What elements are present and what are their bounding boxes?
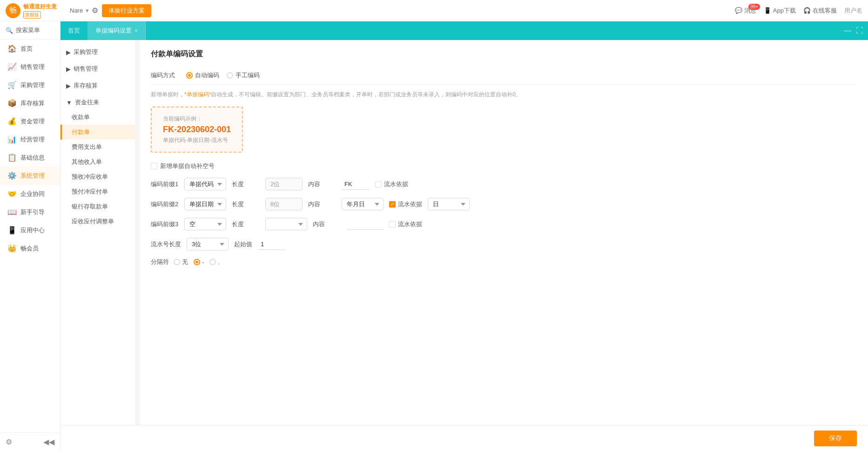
tab-bar-actions: — ⛶ [839,21,868,40]
finance-icon: 💰 [7,117,17,126]
sub-sidebar-leaf-prepay-payable[interactable]: 预付冲应付单 [61,184,135,199]
sep-dash-radio[interactable]: - [194,259,204,266]
encoding-radio-group: 自动编码 手工编码 [186,71,260,80]
prefix1-content-input[interactable] [342,179,370,190]
trial-button[interactable]: 体验行业方案 [102,4,151,17]
arrow-right-icon: ▶ [66,49,71,56]
sep-dash-dot [194,259,200,265]
tab-maximize-icon[interactable]: ⛶ [856,27,863,35]
sidebar-item-member[interactable]: 👑 畅会员 [0,239,60,257]
app-download-button[interactable]: 📱 App下载 [764,7,796,15]
prefix2-select[interactable]: 单据日期 [184,198,226,210]
sub-sidebar-leaf-receipt[interactable]: 收款单 [61,110,135,125]
prefix2-stream-checkbox[interactable]: ✓ [389,201,396,208]
auto-encode-radio[interactable]: 自动编码 [186,71,219,80]
logo-text: 畅通道好生意 旗舰版 [23,3,57,19]
separator-label: 分隔符 [151,258,169,266]
sub-sidebar-leaf-other-income[interactable]: 其他收入单 [61,155,135,169]
guide-icon: 📖 [7,208,17,216]
topbar-left: 畅 畅通道好生意 旗舰版 Nare ▾ ⚙ 体验行业方案 [6,3,151,19]
save-button[interactable]: 保存 [814,431,857,446]
sidebar-item-finance[interactable]: 💰 资金管理 [0,112,60,130]
tab-minimize-icon[interactable]: — [844,27,851,35]
serial-row: 流水号长度 3位 起始值 1 [151,238,857,250]
sub-sidebar-title-purchase[interactable]: ▶ 采购管理 [61,45,135,60]
settings-icon[interactable]: ⚙ [92,6,98,15]
prefix2-content-select[interactable]: 年月日 [342,198,384,210]
prefix3-select[interactable]: 空 [184,218,226,230]
encoding-mode-row: 编码方式 自动编码 手工编码 [151,67,857,85]
sub-sidebar-title-inventory[interactable]: ▶ 库存核算 [61,78,135,93]
topbar: 畅 畅通道好生意 旗舰版 Nare ▾ ⚙ 体验行业方案 💬 消息 99+ 📱 … [0,0,868,21]
search-icon: 🔍 [6,27,13,34]
sub-sidebar-leaf-expense[interactable]: 费用支出单 [61,140,135,155]
sep-dot-radio[interactable]: . [209,259,220,266]
prefix3-stream-checkbox[interactable] [389,221,396,228]
prefix3-content-input[interactable] [346,219,384,230]
prefix3-label: 编码前缀3 [151,220,179,229]
sidebar-item-guide[interactable]: 📖 新手引导 [0,203,60,221]
sidebar-gear-icon[interactable]: ⚙ [6,438,12,446]
sidebar-item-system[interactable]: ⚙️ 系统管理 [0,167,60,185]
prefix1-select[interactable]: 单据代码 [184,178,226,190]
sub-sidebar-leaf-bank[interactable]: 银行存取款单 [61,199,135,214]
arrow-right-icon2: ▶ [66,66,71,73]
prefix2-period-select[interactable]: 日 [428,198,470,210]
start-val-input[interactable]: 1 [258,239,286,250]
prefix1-length-input [265,178,303,190]
messages-button[interactable]: 💬 消息 99+ [735,7,756,15]
prefix2-content-label: 内容 [308,200,336,209]
preview-desc: 单据代码-单据日期-流水号 [163,136,231,144]
company-name: Nare [70,7,83,14]
operation-icon: 📊 [7,135,17,144]
sub-sidebar-title-finance[interactable]: ▼ 资金往来 [61,95,135,110]
prefix2-row: 编码前缀2 单据日期 长度 内容 年月日 ✓ 流水依据 日 [151,198,857,210]
sep-dot-dot [209,259,216,265]
sales-icon: 📈 [7,62,17,71]
prefix1-stream-check[interactable]: 流水依据 [375,180,408,188]
sub-sidebar-leaf-prepay-receivable[interactable]: 预收冲应收单 [61,169,135,184]
preview-box: 当前编码示例： FK-20230602-001 单据代码-单据日期-流水号 [151,107,243,153]
sep-none-radio[interactable]: 无 [174,258,188,266]
sub-sidebar-leaf-adjust[interactable]: 应收应付调整单 [61,214,135,229]
prefix1-stream-checkbox[interactable] [375,181,382,188]
search-menu[interactable]: 🔍 搜索菜单 [0,21,60,40]
preview-label: 当前编码示例： [163,115,231,123]
auto-fill-row: 新增单据自动补空号 [151,162,857,170]
sidebar-item-enterprise[interactable]: 🤝 企业协同 [0,185,60,203]
sidebar-item-inventory[interactable]: 📦 库存核算 [0,94,60,112]
serial-length-select[interactable]: 3位 [187,238,229,250]
main-layout: 🔍 搜索菜单 🏠 首页 📈 销售管理 🛒 采购管理 📦 库存核算 💰 资金管理 … [0,21,868,451]
sidebar-item-purchase[interactable]: 🛒 采购管理 [0,76,60,94]
sidebar-item-operation[interactable]: 📊 经营管理 [0,130,60,148]
main-panel: 付款单编码设置 编码方式 自动编码 手工编码 [140,40,868,425]
highlight-text: *单据编码* [184,91,211,98]
prefix1-row: 编码前缀1 单据代码 长度 内容 流水依据 [151,178,857,190]
prefix3-content-label: 内容 [313,220,341,229]
system-icon: ⚙️ [7,171,17,180]
bottom-bar: 保存 [61,425,868,451]
sidebar-item-basic[interactable]: 📋 基础信息 [0,148,60,167]
dropdown-arrow-icon[interactable]: ▾ [86,7,89,14]
sub-sidebar-leaf-payment[interactable]: 付款单 [61,125,135,140]
content-wrapper: 首页 单据编码设置 × — ⛶ ▶ 采购管理 [61,21,868,451]
manual-encode-radio[interactable]: 手工编码 [227,71,260,80]
sub-sidebar: ▶ 采购管理 ▶ 销售管理 ▶ 库存核算 [61,40,135,425]
auto-fill-checkbox[interactable] [151,163,157,169]
sub-group-inventory: ▶ 库存核算 [61,78,135,93]
inventory-icon: 📦 [7,99,17,108]
tab-home[interactable]: 首页 [61,21,88,40]
sidebar-collapse-icon[interactable]: ◀◀ [43,438,54,446]
tab-close-icon[interactable]: × [135,27,138,34]
prefix3-length-select[interactable] [265,218,307,230]
serial-length-label: 流水号长度 [151,240,181,249]
prefix2-stream-check: ✓ 流水依据 [389,200,422,209]
sidebar-item-sales[interactable]: 📈 销售管理 [0,58,60,76]
auto-encode-dot [186,72,193,79]
sidebar-item-home[interactable]: 🏠 首页 [0,40,60,58]
sidebar-item-apps[interactable]: 📱 应用中心 [0,221,60,239]
tab-encoding-settings[interactable]: 单据编码设置 × [88,21,146,40]
online-service-button[interactable]: 🎧 在线客服 [803,7,837,15]
sub-sidebar-title-sales[interactable]: ▶ 销售管理 [61,61,135,76]
purchase-icon: 🛒 [7,81,17,89]
